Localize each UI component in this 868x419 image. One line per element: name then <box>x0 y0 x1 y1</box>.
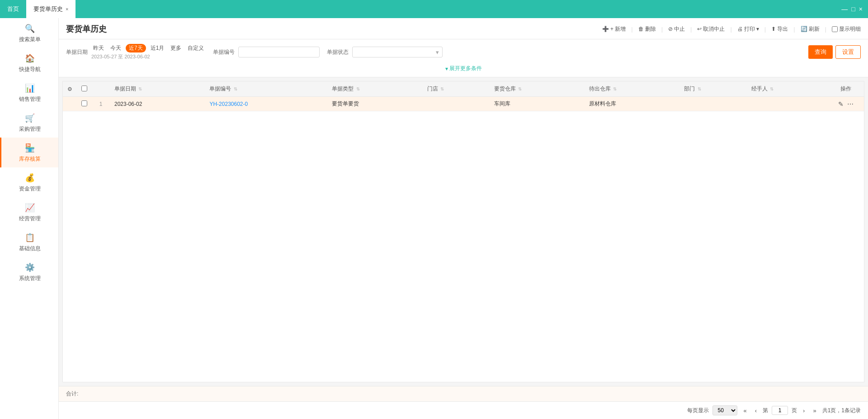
search-menu-icon: 🔍 <box>25 24 35 33</box>
date-filter-options: 昨天 今天 近7天 近1月 更多 自定义 2023-05-27 至 2023-0… <box>91 44 206 60</box>
row-more-icon[interactable]: ⋯ <box>847 100 854 108</box>
quick-nav-icon: 🏠 <box>25 53 35 63</box>
cancel-stop-button[interactable]: ↩ 取消中止 <box>697 25 725 33</box>
sys-mgmt-icon: ⚙️ <box>25 262 35 272</box>
col-doc-type[interactable]: 单据类型 ⇅ <box>327 81 422 97</box>
show-detail-label: 显示明细 <box>839 25 861 33</box>
sidebar-item-basic-info[interactable]: 📋 基础信息 <box>0 227 58 257</box>
sidebar-item-label: 采购管理 <box>19 125 41 133</box>
col-settings[interactable]: ⚙ <box>63 81 77 97</box>
sidebar-item-inventory[interactable]: 🏪 库存核算 <box>0 138 58 167</box>
delete-button[interactable]: 🗑 删除 <box>638 25 656 33</box>
page-prefix: 第 <box>763 407 768 414</box>
print-button[interactable]: 🖨 打印 ▾ <box>737 25 759 33</box>
sidebar-item-finance-mgmt[interactable]: 💰 资金管理 <box>0 167 58 197</box>
query-button[interactable]: 查询 <box>808 45 833 59</box>
tab-home[interactable]: 首页 <box>0 0 26 18</box>
date-filter-custom[interactable]: 自定义 <box>186 44 206 52</box>
row-edit-icon[interactable]: ✎ <box>838 100 844 108</box>
row-req-warehouse-cell: 车间库 <box>490 97 585 111</box>
row-handler-cell <box>747 97 828 111</box>
col-dept[interactable]: 部门 ⇅ <box>679 81 746 97</box>
date-filter-yesterday[interactable]: 昨天 <box>91 44 106 52</box>
print-chevron-icon: ▾ <box>756 26 759 32</box>
chevron-down-icon: ▾ <box>445 66 448 72</box>
show-detail-checkbox[interactable] <box>832 26 838 32</box>
date-filter-more[interactable]: 更多 <box>169 44 183 52</box>
sidebar-item-label: 库存核算 <box>19 155 41 163</box>
sidebar-item-label: 经营管理 <box>19 215 41 223</box>
table-row: 1 2023-06-02 YH-20230602-0 要货单要货 车间库 原材料… <box>63 97 864 111</box>
sort-store-icon: ⇅ <box>440 86 444 91</box>
col-handler[interactable]: 经手人 ⇅ <box>747 81 828 97</box>
status-select[interactable] <box>352 47 443 57</box>
col-store[interactable]: 门店 ⇅ <box>423 81 490 97</box>
date-filter-1month[interactable]: 近1月 <box>149 44 166 52</box>
row-doc-type-cell: 要货单要货 <box>327 97 422 111</box>
date-filter-7days[interactable]: 近7天 <box>126 44 146 52</box>
col-pending-warehouse[interactable]: 待出仓库 ⇅ <box>585 81 679 97</box>
status-label: 单据状态 <box>327 48 349 56</box>
window-maximize-icon[interactable]: □ <box>851 5 855 13</box>
sidebar-item-label: 资金管理 <box>19 185 41 193</box>
page-size-label: 每页显示 <box>687 407 709 414</box>
expand-conditions-button[interactable]: ▾ 展开更多条件 <box>445 65 482 72</box>
refresh-button[interactable]: 🔄 刷新 <box>801 25 820 33</box>
basic-info-icon: 📋 <box>25 233 35 243</box>
select-all-checkbox[interactable] <box>81 86 87 91</box>
export-button[interactable]: ⬆ 导出 <box>771 25 788 33</box>
print-icon: 🖨 <box>737 26 743 32</box>
sidebar-item-label: 系统管理 <box>19 275 41 282</box>
pagination-bar: 每页显示 20 50 100 200 « ‹ 第 页 › » 共1页，1条记录 <box>59 401 868 419</box>
data-table: ⚙ 单据日期 ⇅ 单据编号 ⇅ <box>63 81 864 111</box>
stop-button[interactable]: ⊘ 中止 <box>668 25 685 33</box>
sidebar-item-sales-mgmt[interactable]: 📊 销售管理 <box>0 78 58 108</box>
table-header-row: ⚙ 单据日期 ⇅ 单据编号 ⇅ <box>63 81 864 97</box>
cancel-stop-label: 取消中止 <box>703 25 725 33</box>
content-area: 要货单历史 ➕ + 新增 | 🗑 删除 | ⊘ 中止 <box>59 18 868 419</box>
last-page-button[interactable]: » <box>811 406 818 415</box>
next-page-button[interactable]: › <box>801 406 807 415</box>
window-minimize-icon[interactable]: — <box>841 5 848 13</box>
print-label: 打印 <box>744 25 755 33</box>
export-label: 导出 <box>777 25 788 33</box>
cancel-stop-icon: ↩ <box>697 26 702 32</box>
page-input[interactable] <box>772 406 788 415</box>
first-page-button[interactable]: « <box>741 406 749 415</box>
col-doc-date[interactable]: 单据日期 ⇅ <box>110 81 205 97</box>
date-filter-group: 单据日期 昨天 今天 近7天 近1月 更多 自定义 2023-05-27 至 2… <box>66 44 206 60</box>
prev-page-button[interactable]: ‹ <box>753 406 759 415</box>
delete-icon: 🗑 <box>638 26 644 32</box>
col-operation: 操作 <box>828 81 864 97</box>
col-checkbox <box>77 81 92 97</box>
new-button[interactable]: ➕ + 新增 <box>602 25 626 33</box>
main-layout: 🔍 搜索菜单 🏠 快捷导航 📊 销售管理 🛒 采购管理 🏪 库存核算 💰 资金管… <box>0 18 868 419</box>
sidebar-item-search-menu[interactable]: 🔍 搜索菜单 <box>0 18 58 48</box>
row-checkbox-cell <box>77 97 92 111</box>
date-filter-today[interactable]: 今天 <box>108 44 123 52</box>
row-settings-cell <box>63 97 77 111</box>
tab-close-icon[interactable]: × <box>66 6 68 12</box>
action-buttons: 查询 设置 <box>808 45 861 59</box>
show-detail-checkbox-area[interactable]: 显示明细 <box>832 25 861 33</box>
window-close-icon[interactable]: × <box>859 5 863 13</box>
doc-no-label: 单据编号 <box>213 48 235 56</box>
doc-no-link[interactable]: YH-20230602-0 <box>209 101 248 107</box>
top-bar: 首页 要货单历史 × — □ × <box>0 0 868 18</box>
filter-row: 单据日期 昨天 今天 近7天 近1月 更多 自定义 2023-05-27 至 2… <box>66 44 861 60</box>
settings-button[interactable]: 设置 <box>835 45 861 59</box>
col-req-warehouse[interactable]: 要货仓库 ⇅ <box>490 81 585 97</box>
row-checkbox[interactable] <box>81 100 87 106</box>
tab-requisition-history[interactable]: 要货单历史 × <box>26 0 75 18</box>
sidebar-item-label: 销售管理 <box>19 95 41 103</box>
sidebar-item-ops-mgmt[interactable]: 📈 经营管理 <box>0 197 58 227</box>
new-label: + 新增 <box>610 25 626 33</box>
tab-list: 首页 要货单历史 × <box>0 0 841 18</box>
page-size-select[interactable]: 20 50 100 200 <box>712 405 737 415</box>
col-doc-no[interactable]: 单据编号 ⇅ <box>205 81 327 97</box>
sidebar-item-quick-nav[interactable]: 🏠 快捷导航 <box>0 48 58 78</box>
sidebar-item-purchase-mgmt[interactable]: 🛒 采购管理 <box>0 108 58 138</box>
tab-label: 要货单历史 <box>33 5 63 13</box>
sidebar-item-sys-mgmt[interactable]: ⚙️ 系统管理 <box>0 257 58 287</box>
doc-no-input[interactable] <box>238 47 320 57</box>
